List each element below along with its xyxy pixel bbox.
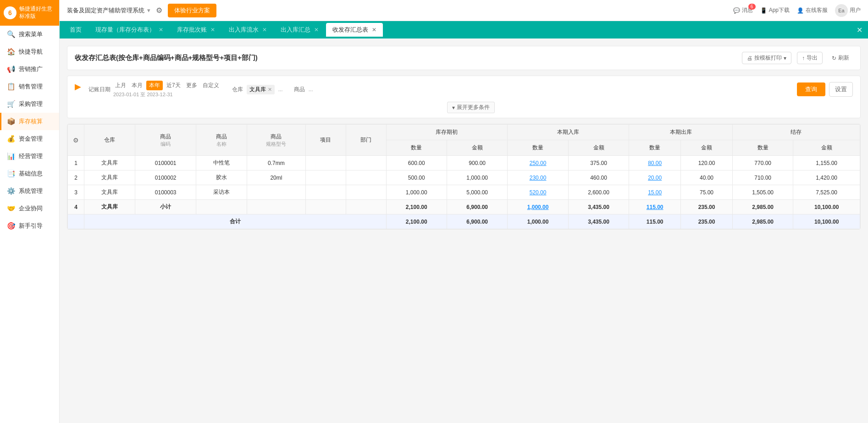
tab-home[interactable]: 首页 — [63, 23, 88, 37]
cell-in-qty[interactable]: 250.00 — [508, 156, 568, 170]
sidebar-item-finance[interactable]: 💰 资金管理 — [0, 130, 59, 148]
product-more-btn[interactable]: ... — [309, 86, 313, 93]
th-out-qty: 数量 — [629, 140, 681, 156]
sidebar-item-quick-nav[interactable]: 🏠 快捷导航 — [0, 43, 59, 60]
print-label: 按模板打印 — [754, 54, 782, 62]
date-filter: 记账日期 上月 本月 本年 近7天 更多 自定义 2023-01-01 至 20… — [88, 81, 221, 98]
page-header: 收发存汇总表(按仓库+商品编码+商品+规格型号+项目+部门) 🖨 按模板打印 ▾… — [67, 46, 861, 70]
refresh-button[interactable]: ↻ 刷新 — [828, 52, 853, 64]
warehouse-tag-close[interactable]: ✕ — [268, 87, 272, 93]
sidebar-item-system[interactable]: ⚙️ 系统管理 — [0, 182, 59, 200]
date-btn-custom[interactable]: 自定义 — [201, 81, 221, 90]
cell-out-amt: 75.00 — [681, 185, 733, 200]
sidebar-icon-system: ⚙️ — [7, 187, 15, 195]
tab-close-inventory-distribution[interactable]: ✕ — [159, 27, 163, 33]
tab-inventory-distribution[interactable]: 现存量（库存分布表）✕ — [89, 23, 170, 37]
query-button[interactable]: 查询 — [797, 82, 825, 96]
system-dropdown-icon[interactable]: ▾ — [147, 7, 150, 14]
tab-close-inout-summary[interactable]: ✕ — [314, 27, 319, 33]
logo-icon: 6 — [4, 6, 17, 19]
tab-close-receive-send-summary[interactable]: ✕ — [372, 27, 376, 33]
total-opening-amt: 6,900.00 — [447, 214, 507, 229]
app-download-action[interactable]: 📱 App下载 — [760, 6, 790, 14]
tab-close-batch-account[interactable]: ✕ — [210, 27, 215, 33]
sidebar-item-sales[interactable]: 📋 销售管理 — [0, 78, 59, 95]
date-btn-this-month[interactable]: 本月 — [130, 81, 144, 90]
app-download-label: App下载 — [769, 6, 790, 14]
sidebar-icon-guide: 🎯 — [7, 222, 15, 230]
sidebar-icon-operation: 📊 — [7, 152, 15, 160]
th-project: 项目 — [305, 125, 346, 156]
sidebar-item-basic-info[interactable]: 📑 基础信息 — [0, 165, 59, 182]
subtotal-in-amt: 3,435.00 — [568, 200, 629, 214]
th-in-group: 本期入库 — [508, 125, 629, 140]
table-row: 3 文具库 0100003 采访本 1,000.00 5,000.00 520.… — [68, 185, 860, 200]
user-action[interactable]: Ea 用户 — [835, 4, 861, 17]
product-filter-label: 商品 — [294, 86, 305, 93]
sidebar-icon-basic-info: 📑 — [7, 170, 15, 178]
sidebar-item-enterprise[interactable]: 🤝 企业协同 — [0, 200, 59, 217]
topbar-actions: 💬 消息 6 📱 App下载 👤 在线客服 Ea 用户 — [733, 4, 861, 17]
tab-receive-send-summary[interactable]: 收发存汇总表✕ — [326, 23, 383, 37]
print-button[interactable]: 🖨 按模板打印 ▾ — [742, 52, 791, 64]
export-button[interactable]: ↑ 导出 — [797, 52, 823, 64]
subtotal-out-amt: 235.00 — [681, 200, 733, 214]
print-icon: 🖨 — [747, 55, 752, 61]
sidebar-icon-enterprise: 🤝 — [7, 204, 15, 213]
sidebar-item-purchase[interactable]: 🛒 采购管理 — [0, 95, 59, 113]
messages-action[interactable]: 💬 消息 6 — [733, 6, 753, 14]
cell-balance-amt: 1,420.00 — [793, 170, 860, 185]
online-service-action[interactable]: 👤 在线客服 — [797, 6, 828, 14]
main-content: 装备及固定资产辅助管理系统 ▾ ⚙ 体验行业方案 💬 消息 6 📱 App下载 … — [60, 0, 868, 423]
cell-balance-qty: 710.00 — [732, 170, 793, 185]
date-btn-more[interactable]: 更多 — [184, 81, 199, 90]
filter-collapse-btn[interactable]: ▶ — [75, 82, 81, 92]
tab-label-home: 首页 — [70, 26, 82, 34]
tabbar-close-btn[interactable]: ✕ — [855, 24, 864, 36]
tab-inout-flow[interactable]: 出入库流水✕ — [222, 23, 273, 37]
sidebar-label-system: 系统管理 — [19, 187, 43, 195]
tab-batch-account[interactable]: 库存批次账✕ — [171, 23, 221, 37]
table-row: 1 文具库 0100001 中性笔 0.7mm 600.00 900.00 25… — [68, 156, 860, 170]
cell-out-qty[interactable]: 20.00 — [629, 170, 681, 185]
total-label: 合计 — [84, 214, 387, 229]
total-out-amt: 235.00 — [681, 214, 733, 229]
settings-button[interactable]: 设置 — [829, 82, 853, 97]
total-in-qty: 1,000.00 — [508, 214, 568, 229]
sidebar-item-guide[interactable]: 🎯 新手引导 — [0, 217, 59, 235]
cell-product-name: 采访本 — [196, 185, 247, 200]
subtotal-in-qty[interactable]: 1,000.00 — [508, 200, 568, 214]
sidebar-item-marketing[interactable]: 📢 营销推广 — [0, 60, 59, 78]
sidebar-item-operation[interactable]: 📊 经营管理 — [0, 148, 59, 165]
subtotal-out-qty[interactable]: 115.00 — [629, 200, 681, 214]
cell-row-num: 1 — [68, 156, 84, 170]
cell-out-amt: 40.00 — [681, 170, 733, 185]
subtotal-department — [346, 200, 386, 214]
topbar-gear-icon[interactable]: ⚙ — [156, 6, 162, 15]
expand-more-btn[interactable]: ▾ 展开更多条件 — [447, 102, 495, 113]
warehouse-filter-label: 仓库 — [232, 86, 243, 93]
table-gear-icon[interactable]: ⚙ — [73, 137, 79, 144]
date-btn-last-month[interactable]: 上月 — [113, 81, 128, 90]
subtotal-row: 4 文具库 小计 2,100.00 6,900.00 1,000.00 3,43… — [68, 200, 860, 214]
date-btn-this-year[interactable]: 本年 — [146, 81, 163, 90]
total-balance-qty: 2,985.00 — [732, 214, 793, 229]
tab-inout-summary[interactable]: 出入库汇总✕ — [274, 23, 325, 37]
message-icon: 💬 — [733, 7, 740, 14]
sidebar-icon-purchase: 🛒 — [7, 100, 15, 108]
sidebar-item-inventory[interactable]: 📦 库存核算 — [0, 113, 59, 130]
cell-in-qty[interactable]: 520.00 — [508, 185, 568, 200]
trial-button[interactable]: 体验行业方案 — [168, 4, 216, 17]
warehouse-more-btn[interactable]: ... — [278, 86, 283, 93]
sidebar-label-search: 搜索菜单 — [19, 30, 43, 38]
cell-out-qty[interactable]: 80.00 — [629, 156, 681, 170]
sidebar-label-quick-nav: 快捷导航 — [19, 48, 43, 56]
sidebar-item-search[interactable]: 🔍 搜索菜单 — [0, 26, 59, 43]
cell-in-qty[interactable]: 230.00 — [508, 170, 568, 185]
th-out-amt: 金额 — [681, 140, 733, 156]
date-btn-7days[interactable]: 近7天 — [165, 81, 182, 90]
cell-out-qty[interactable]: 15.00 — [629, 185, 681, 200]
th-settings[interactable]: ⚙ — [68, 125, 84, 156]
tab-close-inout-flow[interactable]: ✕ — [262, 27, 267, 33]
sidebar-icon-marketing: 📢 — [7, 65, 15, 73]
